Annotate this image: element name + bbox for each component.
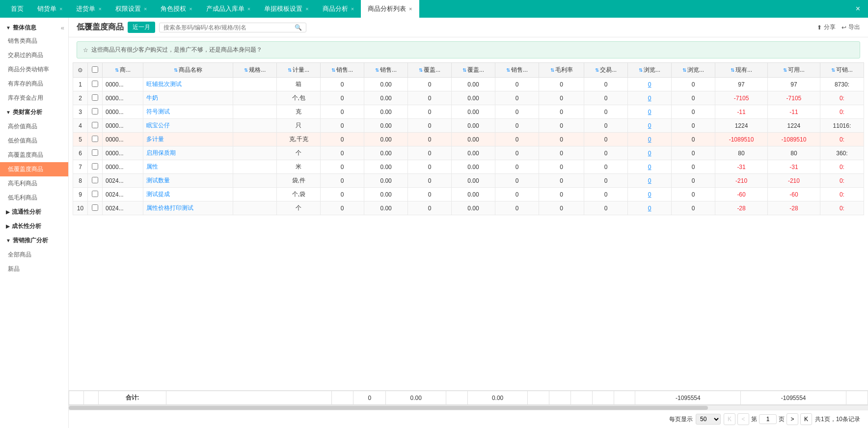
page-input[interactable] xyxy=(759,414,777,424)
next-page-button[interactable]: > xyxy=(787,413,798,425)
close-permission-icon[interactable]: × xyxy=(144,6,147,12)
sidebar: ▼ 整体信息 « 销售类商品 交易过的商品 商品分类动销率 有库存的商品 库存资… xyxy=(0,18,69,428)
close-template-icon[interactable]: × xyxy=(305,6,308,12)
row-unit: 箱 xyxy=(277,78,321,91)
row-name[interactable]: 测试数量 xyxy=(143,174,233,188)
nav-item-permission[interactable]: 权限设置 × xyxy=(108,0,154,18)
row-no: 6 xyxy=(73,146,88,160)
row-checkbox[interactable] xyxy=(88,146,103,160)
nav-item-purchase[interactable]: 进货单 × xyxy=(69,0,108,18)
row-view1[interactable]: 0 xyxy=(628,105,672,119)
row-checkbox[interactable] xyxy=(88,119,103,133)
row-checkbox[interactable] xyxy=(88,174,103,188)
close-analysis-list-icon[interactable]: × xyxy=(409,6,412,12)
row-view1[interactable]: 0 xyxy=(628,119,672,133)
sidebar-overall-header[interactable]: ▼ 整体信息 xyxy=(6,24,36,32)
row-cover2: 0.00 xyxy=(452,201,495,215)
horizontal-scrollbar[interactable] xyxy=(69,405,868,410)
row-stock-sale: 0: xyxy=(820,133,864,146)
row-sales-amt: 0.00 xyxy=(364,91,408,105)
row-name[interactable]: 旺辅批次测试 xyxy=(143,78,233,91)
close-analysis-icon[interactable]: × xyxy=(351,6,354,12)
scrollbar-thumb[interactable] xyxy=(69,406,708,410)
col-gear[interactable]: ⚙ xyxy=(73,63,88,78)
close-instock-icon[interactable]: × xyxy=(247,6,250,12)
row-name[interactable]: 符号测试 xyxy=(143,105,233,119)
sidebar-item-all-goods[interactable]: 全部商品 xyxy=(0,248,68,262)
close-all-button[interactable]: × xyxy=(852,4,864,13)
row-stock-cur: -28 xyxy=(715,201,768,215)
row-checkbox[interactable] xyxy=(88,160,103,174)
sidebar-collapse-button[interactable]: « xyxy=(61,24,64,31)
row-view1[interactable]: 0 xyxy=(628,133,672,146)
sidebar-circulation-header[interactable]: ▶ 流通性分析 xyxy=(0,205,68,219)
close-role-icon[interactable]: × xyxy=(189,6,192,12)
row-name[interactable]: 启用保质期 xyxy=(143,146,233,160)
row-name[interactable]: 属性 xyxy=(143,160,233,174)
row-checkbox[interactable] xyxy=(88,78,103,91)
col-unit: ⇅计量... xyxy=(277,63,321,78)
row-checkbox[interactable] xyxy=(88,91,103,105)
close-sales-icon[interactable]: × xyxy=(59,6,62,12)
totals-stock-cur: -1095554 xyxy=(635,391,741,405)
row-checkbox[interactable] xyxy=(88,133,103,146)
search-icon[interactable]: 🔍 xyxy=(295,24,302,31)
gear-icon[interactable]: ⚙ xyxy=(78,67,83,74)
page-size-select[interactable]: 50 100 200 xyxy=(696,414,721,425)
sidebar-item-low-margin[interactable]: 低毛利商品 xyxy=(0,191,68,205)
sidebar-item-sales-goods[interactable]: 销售类商品 xyxy=(0,34,68,48)
export-button[interactable]: ↩ 导出 xyxy=(841,23,860,31)
row-gross-rate: 0 xyxy=(539,133,584,146)
row-checkbox[interactable] xyxy=(88,105,103,119)
sidebar-item-low-coverage[interactable]: 低覆盖度商品 xyxy=(0,162,68,176)
row-view1[interactable]: 0 xyxy=(628,201,672,215)
nav-item-instock[interactable]: 产成品入库单 × xyxy=(199,0,257,18)
row-view1[interactable]: 0 xyxy=(628,174,672,188)
sidebar-item-traded-goods[interactable]: 交易过的商品 xyxy=(0,48,68,62)
row-view1[interactable]: 0 xyxy=(628,188,672,201)
row-name[interactable]: 牛奶 xyxy=(143,91,233,105)
row-name[interactable]: 属性价格打印测试 xyxy=(143,201,233,215)
row-view1[interactable]: 0 xyxy=(628,91,672,105)
nav-item-role[interactable]: 角色授权 × xyxy=(154,0,199,18)
select-all-checkbox[interactable] xyxy=(92,66,98,73)
first-page-button[interactable]: K xyxy=(724,413,735,425)
row-view1[interactable]: 0 xyxy=(628,146,672,160)
row-checkbox[interactable] xyxy=(88,188,103,201)
prev-page-button[interactable]: < xyxy=(737,413,749,425)
nav-item-analysis-list[interactable]: 商品分析列表 × xyxy=(361,0,419,18)
sidebar-item-new-goods[interactable]: 新品 xyxy=(0,262,68,276)
col-checkbox[interactable] xyxy=(88,63,103,78)
nav-item-template[interactable]: 单据模板设置 × xyxy=(257,0,315,18)
row-name[interactable]: 多计量 xyxy=(143,133,233,146)
filter-button[interactable]: 近一月 xyxy=(128,22,155,33)
search-input[interactable] xyxy=(163,24,293,31)
content-area: 低覆盖度商品 近一月 🔍 ⬆ 分享 ↩ 导出 ☆ 这些商品只有很少客户购买过，是… xyxy=(69,18,868,428)
sidebar-item-stock-goods[interactable]: 有库存的商品 xyxy=(0,77,68,91)
row-view1[interactable]: 0 xyxy=(628,160,672,174)
sidebar-marketing-header[interactable]: ▼ 营销推广分析 xyxy=(0,233,68,248)
sidebar-item-capital[interactable]: 库存资金占用 xyxy=(0,91,68,105)
sidebar-wealth-header[interactable]: ▼ 类财富分析 xyxy=(0,105,68,119)
row-name[interactable]: 眠宝公仔 xyxy=(143,119,233,133)
row-checkbox[interactable] xyxy=(88,201,103,215)
last-page-button[interactable]: K xyxy=(800,413,812,425)
row-id: 0000... xyxy=(103,160,143,174)
table-container[interactable]: ⚙ ⇅商... ⇅商品名称 ⇅规格... ⇅计量... ⇅销售... ⇅销售..… xyxy=(69,62,868,390)
nav-item-home[interactable]: 首页 xyxy=(4,0,30,18)
sidebar-item-category-rate[interactable]: 商品分类动销率 xyxy=(0,62,68,77)
row-trade: 0 xyxy=(584,188,628,201)
row-view1[interactable]: 0 xyxy=(628,78,672,91)
nav-item-analysis[interactable]: 商品分析 × xyxy=(316,0,361,18)
sidebar-item-high-coverage[interactable]: 高覆盖度商品 xyxy=(0,148,68,162)
sidebar-growth-header[interactable]: ▶ 成长性分析 xyxy=(0,219,68,233)
share-button[interactable]: ⬆ 分享 xyxy=(817,23,836,31)
col-sales-amt: ⇅销售... xyxy=(364,63,408,78)
close-purchase-icon[interactable]: × xyxy=(98,6,101,12)
sidebar-item-high-margin[interactable]: 高毛利商品 xyxy=(0,176,68,191)
row-name[interactable]: 测试提成 xyxy=(143,188,233,201)
row-cover1: 0 xyxy=(408,91,452,105)
nav-item-sales[interactable]: 销货单 × xyxy=(30,0,69,18)
sidebar-item-low-value[interactable]: 低价值商品 xyxy=(0,134,68,148)
sidebar-item-high-value[interactable]: 高价值商品 xyxy=(0,119,68,134)
